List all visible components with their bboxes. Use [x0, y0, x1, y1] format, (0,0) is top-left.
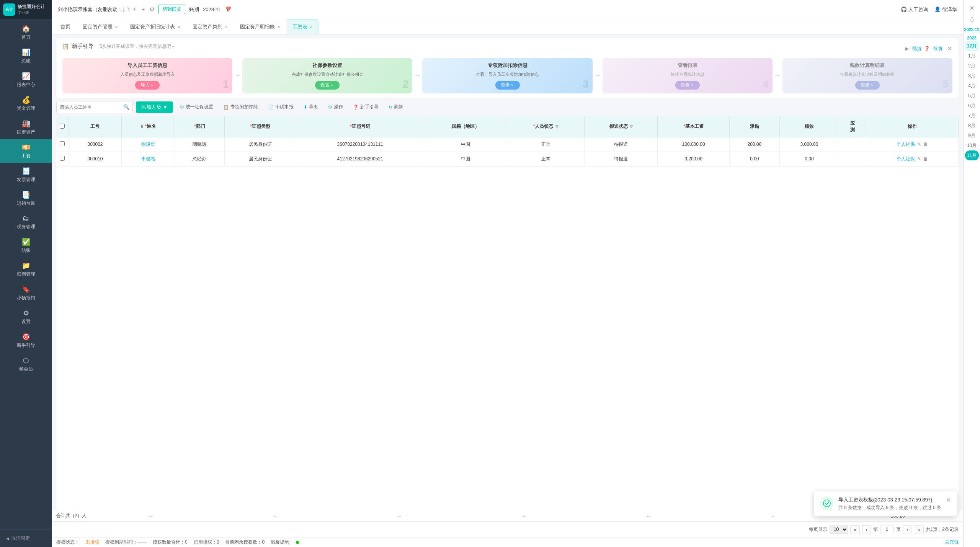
- sidebar-item-报表中心[interactable]: 📈报表中心: [0, 68, 52, 92]
- settings-icon[interactable]: ⚙: [149, 6, 155, 13]
- month-item-5月[interactable]: 5月: [965, 91, 979, 101]
- step-btn-3[interactable]: 查看＞: [495, 81, 520, 90]
- tab-close-icon[interactable]: ✕: [310, 25, 313, 29]
- month-item-8月[interactable]: 8月: [965, 121, 979, 131]
- user-info[interactable]: 👤 徐泽华: [934, 6, 957, 13]
- step-btn-5[interactable]: 查看＞: [855, 81, 880, 90]
- action-btn-操作[interactable]: ⚙操作: [324, 102, 347, 112]
- row-checkbox[interactable]: [60, 156, 65, 161]
- prev-page-btn[interactable]: ‹: [862, 525, 871, 534]
- dash4: --: [463, 513, 585, 519]
- month-item-4月[interactable]: 4月: [965, 81, 979, 91]
- row-op-social[interactable]: 个人社保: [897, 141, 915, 148]
- sidebar-item-发票管理[interactable]: 🧾发票管理: [0, 163, 52, 187]
- row-op-delete-icon[interactable]: 🗑: [923, 156, 928, 162]
- action-icon: 📄: [268, 105, 274, 110]
- nav-label: 报表中心: [17, 82, 35, 88]
- add-account-icon[interactable]: ＋: [140, 5, 146, 13]
- recharge-btn[interactable]: 去充值: [945, 539, 959, 545]
- table-body: 000002 徐泽华 嗯嗯嗯 居民身份证 360782200104131111 …: [56, 137, 959, 166]
- month-item-1月[interactable]: 1月: [965, 51, 979, 61]
- sidebar-item-归档管理[interactable]: 📁归档管理: [0, 258, 52, 281]
- months-container: 202312月1月2月3月4月5月6月7月8月9月10月11月: [965, 35, 979, 160]
- per-page-select[interactable]: 10 20 50: [830, 525, 848, 534]
- first-page-btn[interactable]: «: [850, 525, 860, 534]
- action-btn-刷新[interactable]: ↻刷新: [385, 102, 407, 112]
- action-btn-个税申报[interactable]: 📄个税申报: [264, 102, 297, 112]
- video-label[interactable]: 视频: [912, 46, 921, 52]
- video-icon: ▶: [905, 46, 909, 51]
- row-op-edit-icon[interactable]: ✎: [917, 156, 921, 162]
- sidebar-item-畅会员[interactable]: ⬡畅会员: [0, 353, 52, 376]
- action-btn-导出[interactable]: ⬇导出: [300, 102, 322, 112]
- tab-close-icon[interactable]: ✕: [277, 25, 280, 29]
- cancel-fixed-btn[interactable]: ◄ 取消固定: [3, 533, 49, 544]
- month-item-9月[interactable]: 9月: [965, 131, 979, 140]
- logo-sub: 专业版: [18, 10, 45, 15]
- action-btn-专项附加扣除[interactable]: 📋专项附加扣除: [219, 102, 262, 112]
- action-btn-新手引导[interactable]: ❓新手引导: [349, 102, 382, 112]
- sidebar-item-设置[interactable]: ⚙设置: [0, 305, 52, 329]
- row-op-edit-icon[interactable]: ✎: [917, 142, 921, 147]
- tab-工资表[interactable]: 工资表✕: [287, 19, 318, 34]
- step-btn-1[interactable]: 导入＞: [135, 81, 160, 90]
- account-selector[interactable]: 刘小艳演示账套（勿删勿动！）1 ▼: [58, 6, 136, 13]
- step-btn-4[interactable]: 查看＞: [675, 81, 700, 90]
- step-btn-2[interactable]: 设置＞: [315, 81, 340, 90]
- month-item-7月[interactable]: 7月: [965, 111, 979, 121]
- panel-expand-btn[interactable]: ⟨⟩: [969, 15, 975, 24]
- row-op-social[interactable]: 个人社保: [897, 156, 915, 162]
- guide-close-icon[interactable]: ✕: [947, 44, 952, 53]
- month-item-3月[interactable]: 3月: [965, 71, 979, 81]
- sidebar-item-总账[interactable]: 📊总账: [0, 44, 52, 68]
- row-name-link[interactable]: 李俊杰: [141, 156, 155, 162]
- sidebar-item-结账[interactable]: ✅结账: [0, 234, 52, 258]
- help-label[interactable]: 帮助: [933, 46, 942, 52]
- action-label: 统一社保设置: [186, 104, 213, 110]
- row-op-delete-icon[interactable]: 🗑: [923, 142, 928, 147]
- warn-dot-icon: [296, 541, 299, 544]
- tab-close-icon[interactable]: ✕: [177, 25, 180, 29]
- tab-close-icon[interactable]: ✕: [115, 25, 118, 29]
- step-desc: 人员信息及工资数据新增导入: [120, 71, 175, 78]
- tab-close-icon[interactable]: ✕: [225, 25, 228, 29]
- add-person-btn[interactable]: 添加人员 ▼: [136, 101, 173, 113]
- search-input[interactable]: [60, 105, 121, 110]
- row-checkbox[interactable]: [60, 141, 65, 146]
- sidebar-item-新手引导[interactable]: 🎯新手引导: [0, 329, 52, 353]
- last-page-btn[interactable]: »: [914, 525, 923, 534]
- action-btn-统一社保设置[interactable]: ⚙统一社保设置: [176, 102, 217, 112]
- next-page-btn[interactable]: ›: [903, 525, 911, 534]
- nav-label: 发票管理: [17, 176, 35, 183]
- sidebar-item-进销台账[interactable]: 📑进销台账: [0, 187, 52, 211]
- month-item-2月[interactable]: 2月: [965, 61, 979, 71]
- page-input[interactable]: [880, 526, 894, 533]
- sidebar-item-小畅报销[interactable]: 🔖小畅报销: [0, 281, 52, 305]
- sidebar-item-税务管理[interactable]: 🗂税务管理: [0, 211, 52, 234]
- month-item-11月[interactable]: 11月: [965, 150, 979, 160]
- month-item-6月[interactable]: 6月: [965, 101, 979, 111]
- logo-icon: 会计: [3, 3, 15, 16]
- sidebar-item-工资[interactable]: 💴工资: [0, 139, 52, 163]
- tab-固定资产管理[interactable]: 固定资产管理✕: [77, 19, 124, 34]
- row-name-link[interactable]: 徐泽华: [141, 142, 155, 147]
- status-filter-icon[interactable]: ▽: [555, 124, 559, 129]
- row-apply: [839, 152, 866, 166]
- select-all-checkbox[interactable]: [60, 124, 65, 129]
- tab-固定资产类别[interactable]: 固定资产类别✕: [187, 19, 234, 34]
- expire-label: 授权到期时间：——: [105, 539, 147, 545]
- panel-close-btn[interactable]: ✕: [968, 3, 976, 13]
- ai-consult-btn[interactable]: 🎧 人工咨询: [901, 6, 928, 13]
- tab-固定资产明细账[interactable]: 固定资产明细账✕: [234, 19, 286, 34]
- tab-首页[interactable]: 首页: [55, 19, 76, 34]
- sidebar-item-资金管理[interactable]: 💰资金管理: [0, 92, 52, 116]
- sidebar-item-固定资产[interactable]: 🏭固定资产: [0, 116, 52, 139]
- calendar-icon[interactable]: 📅: [225, 7, 231, 12]
- report-filter-icon[interactable]: ▽: [630, 124, 633, 129]
- sidebar-item-首页[interactable]: 🏠首页: [0, 21, 52, 44]
- toast-close-btn[interactable]: ✕: [946, 496, 951, 504]
- month-item-12月[interactable]: 12月: [965, 41, 979, 51]
- switch-version-btn[interactable]: 切到旧版: [158, 5, 185, 14]
- tab-固定资产折旧统计表[interactable]: 固定资产折旧统计表✕: [124, 19, 186, 34]
- month-item-10月[interactable]: 10月: [965, 140, 979, 150]
